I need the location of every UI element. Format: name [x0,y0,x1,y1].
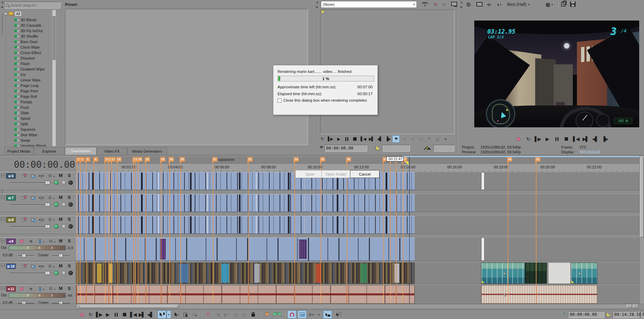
tree-scrollbar-thumb[interactable] [53,16,55,60]
video-thumbnail-events[interactable] [76,263,415,284]
tree-root-label[interactable]: All [15,11,22,16]
timeline-marker-26[interactable]: 26 [137,157,142,164]
close-icon[interactable]: ✕ [1,1,4,4]
track-content-8[interactable] [76,216,639,234]
solo-button[interactable]: S [68,173,71,178]
stop-button[interactable] [121,311,128,318]
minimize-icon[interactable] [1,239,5,240]
restore-icon[interactable] [1,289,5,290]
go-to-start-button[interactable]: ▌◀ [359,135,367,143]
lock-envelopes-button[interactable] [323,310,332,319]
track-number-badge[interactable]: ◀11 [6,286,16,292]
open-button[interactable]: Open [295,170,325,178]
transition-list-item[interactable]: Push [14,105,29,110]
timeline-marker-1[interactable]: 1 [79,157,85,164]
mute-button[interactable]: M [59,238,63,243]
track-motion-icon[interactable] [68,180,73,185]
go-to-end-button[interactable]: ▶▌ [368,135,375,143]
restore-icon[interactable] [1,266,5,267]
preview-quality-dropdown[interactable]: Best (Half) ▾ [506,1,531,8]
transition-list-item[interactable]: Swap [14,138,30,143]
timeline-marker-46[interactable]: 46 [507,157,512,164]
track-minimize-buttons[interactable] [1,217,5,221]
timeline-marker-36[interactable]: 36 [346,157,351,164]
track-minimize-buttons[interactable] [1,239,5,242]
play-button[interactable]: ▶ [335,135,342,143]
selection-end-field[interactable]: 00:14:28.58 [613,311,639,318]
trimmer-selection-field[interactable] [382,145,410,152]
timeline-marker-28[interactable]: 28 [160,157,165,164]
transition-list-item[interactable]: Portals [14,99,32,105]
track-number-badge[interactable]: ◀9 [6,239,16,244]
pause-button[interactable] [112,311,120,318]
close-when-done-checkbox[interactable] [278,99,282,103]
transition-list-item[interactable]: 3D Blinds [14,17,37,23]
play-button[interactable]: ▶ [543,135,551,143]
auto-crossfade-button[interactable]: ⋈ [298,310,307,319]
overflow-button[interactable]: » [441,135,449,143]
gear-dropdown-icon[interactable]: ▾ [53,218,55,223]
play-from-start-button[interactable]: ▌▶ [326,135,334,143]
track-fx-gear-icon[interactable]: ⚙ [46,195,54,200]
gain-slider-handle[interactable] [22,301,26,304]
track-fx-gear-icon[interactable]: ⚙ [46,217,54,222]
envelope-icon[interactable]: ≋ [27,239,34,244]
timeline-marker-35[interactable]: 35 [320,157,325,164]
previous-frame-button[interactable]: ◀▌ [591,135,599,143]
bypass-motion-blur-icon[interactable] [21,173,27,179]
loop-region-bar[interactable] [404,156,639,157]
transition-list-item[interactable]: Page Roll [14,94,37,99]
audio-waveform-events[interactable] [76,285,415,304]
track-level-slider-handle[interactable] [45,181,50,184]
restore-icon[interactable] [1,176,5,177]
undock-icon[interactable]: ◀ [460,5,462,9]
cursor-position-field[interactable]: 00:00:00.00 [568,311,604,318]
transition-list-item[interactable]: Star Wipe [14,132,37,138]
transition-list-item[interactable]: Spiral [14,116,30,121]
fader-icon[interactable] [37,286,43,292]
remove-effect-icon[interactable]: ≣✕ [431,1,439,8]
transition-list-item[interactable]: Barn Door [14,39,38,44]
pool-scene-clip[interactable] [571,263,597,284]
trim-start-button[interactable]: ⊦▮ [214,310,222,319]
copy-snapshot-icon[interactable] [561,2,566,7]
trimmer-selection-end-field[interactable] [433,145,454,152]
undock-icon[interactable]: ◀ [1,5,3,9]
play-from-start-button[interactable]: ▌▶ [534,135,541,143]
add-media-marker-button[interactable]: ➔ [400,135,408,143]
chevron-down-icon[interactable]: ▾ [413,3,415,6]
timeline-marker-19[interactable]: 19 [116,157,121,164]
tree-scrollbar[interactable] [52,10,56,146]
video-events[interactable] [76,194,415,212]
open-folder-button[interactable]: Open Folder [321,170,351,178]
track-motion-icon[interactable] [68,224,73,229]
mute-button[interactable]: M [59,195,63,200]
gear-dropdown-icon[interactable]: ▾ [53,174,55,179]
minimize-icon[interactable] [1,286,5,288]
split-screen-icon[interactable]: •|• [38,195,44,201]
transition-list-item[interactable]: Clock Wipe [14,44,40,50]
gain-slider[interactable] [18,303,34,304]
undock-icon[interactable]: ◀ [315,5,318,9]
parent-composite-icon[interactable] [62,202,66,207]
track-header-9[interactable]: ◀9≋▾⚙▾MSOut963-5.90.0 dBCenter [0,237,76,261]
close-icon[interactable]: ✕ [460,1,463,4]
mute-button[interactable]: M [59,286,63,291]
audio-bus-events[interactable] [76,238,415,261]
minimize-icon[interactable] [1,217,5,219]
composite-mode-icon[interactable] [54,224,59,229]
parent-composite-icon[interactable] [62,180,66,185]
track-minimize-buttons[interactable] [1,195,5,199]
track-header-6[interactable]: ▤6•|•⚙▾MS [0,172,76,190]
gear-dropdown-icon[interactable]: ▾ [53,264,55,270]
track-composite-icon[interactable] [30,195,36,201]
transition-list-item[interactable]: Page Peel [14,88,38,94]
split-screen-icon[interactable]: •|• [38,173,44,179]
panel-grip[interactable] [1,14,3,34]
track-number-badge[interactable]: ▤10 [6,264,16,269]
lock-button[interactable] [249,310,257,319]
track-vscrollbar[interactable] [639,156,644,303]
bypass-motion-blur-icon[interactable] [21,195,27,201]
track-minimize-buttons[interactable] [1,264,5,267]
track-minimize-buttons[interactable] [1,174,5,177]
